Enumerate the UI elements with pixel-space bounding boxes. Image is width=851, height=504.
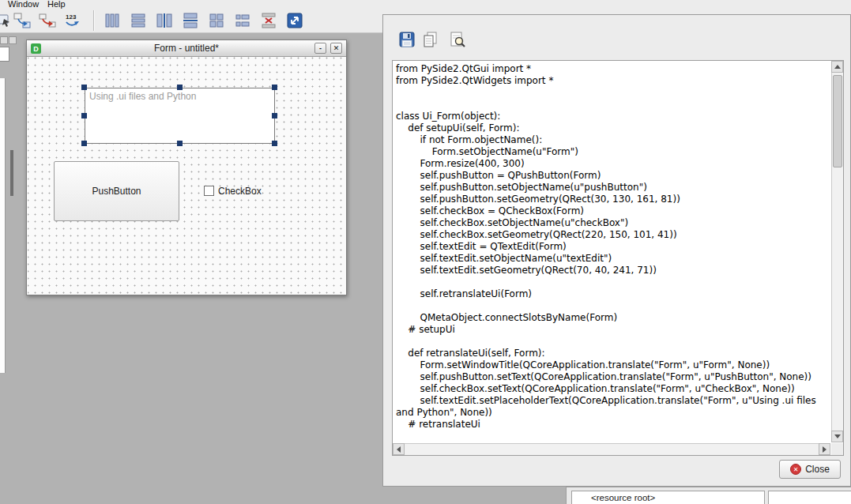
- vertical-scrollbar-thumb[interactable]: [833, 75, 842, 167]
- menu-help[interactable]: Help: [47, 0, 66, 9]
- edit-buddies-icon: [39, 12, 56, 29]
- checkbox-label: CheckBox: [218, 186, 262, 197]
- arrow-right-icon: [823, 446, 827, 453]
- code-line: # retranslateUi: [396, 419, 830, 431]
- edit-tab-order-icon: 123: [64, 12, 81, 29]
- dock-filter-input[interactable]: [0, 47, 9, 62]
- resource-browser-panel: <resource root>: [566, 487, 851, 504]
- form-window-title: Form - untitled*: [27, 43, 346, 54]
- selection-handle[interactable]: [81, 113, 87, 118]
- break-layout-icon: [260, 12, 277, 29]
- window-close-button[interactable]: ✕: [330, 43, 342, 54]
- edit-signals-slots-icon: [13, 12, 31, 29]
- code-line: self.retranslateUi(Form): [396, 288, 830, 300]
- edit-tab-order-button[interactable]: 123: [63, 11, 82, 30]
- layout-form-button[interactable]: [233, 11, 252, 30]
- code-preview-dialog: from PySide2.QtGui import *from PySide2.…: [382, 14, 851, 487]
- code-line: # setupUi: [396, 324, 830, 336]
- code-line: self.pushButton.setText(QCoreApplication…: [396, 371, 830, 383]
- resource-root-label: <resource root>: [591, 493, 655, 502]
- selection-handle[interactable]: [81, 141, 87, 146]
- code-line: self.textEdit.setObjectName(u"textEdit"): [396, 253, 830, 265]
- code-line: [396, 300, 830, 312]
- pushbutton-widget[interactable]: PushButton: [54, 161, 179, 221]
- code-line: self.checkBox.setObjectName(u"checkBox"): [396, 217, 830, 229]
- scroll-down-button[interactable]: [831, 431, 843, 442]
- code-line: Form.setObjectName(u"Form"): [396, 146, 830, 158]
- layout-grid-icon: [208, 12, 225, 29]
- resource-detail-panel[interactable]: [768, 491, 851, 504]
- save-icon: [398, 31, 416, 48]
- code-line: [396, 87, 830, 99]
- edit-widgets-button[interactable]: [0, 11, 13, 30]
- code-line: if not Form.objectName():: [396, 134, 830, 146]
- adjust-size-icon: [286, 12, 303, 29]
- mdi-restore-button[interactable]: [0, 36, 8, 44]
- code-text: from PySide2.QtGui import *from PySide2.…: [396, 63, 830, 442]
- form-window-titlebar[interactable]: D Form - untitled* - ✕: [27, 40, 346, 57]
- edit-buddies-button[interactable]: [38, 11, 57, 30]
- checkbox-indicator[interactable]: [204, 186, 214, 196]
- selection-handle[interactable]: [177, 85, 183, 90]
- layout-horizontal-splitter-icon: [156, 12, 173, 29]
- save-button[interactable]: [397, 30, 416, 49]
- code-line: [396, 336, 830, 348]
- break-layout-button[interactable]: [259, 11, 278, 30]
- find-button[interactable]: [448, 30, 467, 49]
- code-line: def retranslateUi(self, Form):: [396, 348, 830, 359]
- close-button-label: Close: [805, 464, 830, 475]
- minimize-button[interactable]: -: [314, 43, 326, 54]
- qt-designer-main-window: { "menubar": { "items": ["Window", "Help…: [0, 0, 851, 504]
- layout-horizontal-button[interactable]: [103, 11, 122, 30]
- mdi-close-button[interactable]: [9, 36, 17, 44]
- resource-root-item[interactable]: <resource root>: [571, 491, 765, 504]
- vertical-scrollbar[interactable]: [831, 61, 843, 442]
- code-view[interactable]: from PySide2.QtGui import *from PySide2.…: [392, 60, 844, 456]
- selection-handle[interactable]: [272, 113, 277, 118]
- copy-button[interactable]: [421, 30, 440, 49]
- scrollbar-corner: [831, 443, 843, 455]
- code-line: QMetaObject.connectSlotsByName(Form): [396, 312, 830, 324]
- menubar: Window Help: [0, 0, 851, 9]
- find-icon: [449, 31, 466, 48]
- form-canvas[interactable]: Using .ui files and Python PushButton Ch…: [28, 57, 345, 294]
- panel-scrollbar-thumb[interactable]: [10, 150, 13, 196]
- horizontal-scrollbar[interactable]: [393, 443, 830, 455]
- layout-horizontal-splitter-button[interactable]: [155, 11, 174, 30]
- layout-vertical-splitter-button[interactable]: [181, 11, 200, 30]
- scroll-up-button[interactable]: [831, 61, 843, 73]
- code-line: Form.setWindowTitle(QCoreApplication.tra…: [396, 359, 830, 371]
- code-line: def setupUi(self, Form):: [396, 122, 830, 134]
- selection-handle[interactable]: [81, 85, 87, 90]
- close-icon-glyph: ✕: [793, 466, 799, 473]
- code-line: self.checkBox.setText(QCoreApplication.t…: [396, 383, 830, 395]
- code-line: self.pushButton.setGeometry(QRect(30, 13…: [396, 194, 830, 205]
- code-line: self.textEdit = QTextEdit(Form): [396, 241, 830, 253]
- close-button[interactable]: ✕ Close: [779, 460, 841, 479]
- checkbox-widget[interactable]: CheckBox: [204, 184, 262, 197]
- adjust-size-button[interactable]: [285, 11, 304, 30]
- code-line: [396, 99, 830, 111]
- code-line: self.pushButton = QPushButton(Form): [396, 170, 830, 182]
- layout-grid-button[interactable]: [207, 11, 226, 30]
- scroll-right-button[interactable]: [819, 443, 830, 455]
- layout-horizontal-icon: [104, 12, 121, 29]
- selection-handle[interactable]: [272, 141, 277, 146]
- edit-signals-slots-button[interactable]: [13, 11, 32, 30]
- form-designer-window: D Form - untitled* - ✕ Using .ui files a…: [26, 39, 347, 295]
- code-line: self.checkBox = QCheckBox(Form): [396, 205, 830, 217]
- menu-window[interactable]: Window: [8, 0, 39, 9]
- arrow-up-icon: [834, 65, 841, 69]
- code-line: Form.resize(400, 300): [396, 158, 830, 170]
- scroll-left-button[interactable]: [393, 443, 405, 455]
- layout-vertical-button[interactable]: [129, 11, 148, 30]
- selection-handle[interactable]: [272, 85, 277, 90]
- textedit-widget[interactable]: Using .ui files and Python: [85, 88, 275, 144]
- code-line: class Ui_Form(object):: [396, 111, 830, 122]
- layout-vertical-icon: [130, 12, 147, 29]
- edit-widgets-icon: [0, 12, 12, 29]
- arrow-down-icon: [834, 434, 841, 438]
- selection-handle[interactable]: [177, 141, 183, 146]
- code-line: self.pushButton.setObjectName(u"pushButt…: [396, 182, 830, 194]
- widgetbox-panel-sliver: [0, 78, 6, 373]
